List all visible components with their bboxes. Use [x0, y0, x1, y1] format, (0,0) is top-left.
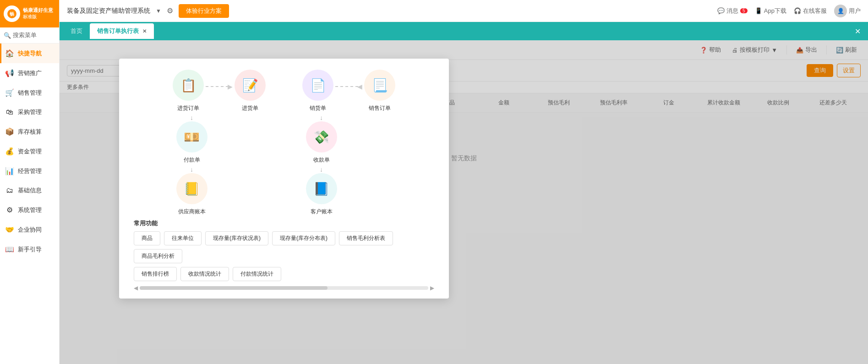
flow-purchase-bill[interactable]: 📝 进货单 — [235, 70, 266, 112]
sales-order-icon: 📃 — [364, 70, 395, 101]
arrow-right-2-icon: ◀ — [357, 83, 362, 90]
purchase-order-icon: 📋 — [173, 70, 204, 101]
sidebar-label-quick-nav: 快捷导航 — [18, 49, 42, 58]
purchase-bill-icon: 📝 — [235, 70, 266, 101]
receipt-label: 收款单 — [313, 156, 330, 164]
payment-label: 付款单 — [184, 156, 200, 164]
sidebar-item-guide[interactable]: 📖 新手引导 — [0, 239, 59, 259]
down-arrow-2-icon: ↓ — [190, 166, 193, 173]
common-btns-row2: 销售排行榜收款情况统计付款情况统计 — [134, 267, 434, 281]
flow-left: 📋 进货订单 ▶ 📝 进货单 — [173, 70, 266, 216]
tab-close-icon[interactable]: ✕ — [142, 28, 147, 34]
common-btn-付款情况统计[interactable]: 付款情况统计 — [233, 267, 281, 281]
sidebar-item-inventory[interactable]: 📦 库存核算 — [0, 122, 59, 141]
system-title: 装备及固定资产辅助管理系统 — [67, 7, 150, 15]
search-menu[interactable]: 🔍 搜索菜单 — [0, 27, 59, 43]
sidebar-item-quick-nav[interactable]: 🏠 快捷导航 — [0, 43, 59, 63]
down-arrow-3-icon: ↓ — [320, 114, 323, 121]
tab-sales-order[interactable]: 销售订单执行表 ✕ — [90, 23, 154, 39]
supplier-ledger-icon: 📒 — [176, 173, 207, 204]
common-btn-现存量(库存分布表)[interactable]: 现存量(库存分布表) — [272, 231, 335, 245]
logo-icon: 畅 — [4, 5, 20, 22]
sidebar-logo: 畅 畅康通好生意 标准版 — [0, 0, 59, 27]
common-btn-收款情况统计[interactable]: 收款情况统计 — [180, 267, 229, 281]
common-btn-往来单位[interactable]: 往来单位 — [164, 231, 202, 245]
tab-home[interactable]: 首页 — [63, 23, 90, 39]
app-download-btn[interactable]: 📱 App下载 — [755, 7, 786, 15]
flow-right: 📄 销货单 ◀ 📃 销售订单 — [302, 70, 395, 216]
sidebar-label-inventory: 库存核算 — [18, 128, 42, 136]
message-btn[interactable]: 💬 消息 5 — [717, 7, 748, 15]
sidebar-item-collab[interactable]: 🤝 企业协同 — [0, 220, 59, 239]
down-arrow-icon: ↓ — [190, 114, 193, 121]
basic-icon: 🗂 — [5, 186, 14, 195]
arrow-rec-cust: ↓ — [320, 166, 323, 173]
arrow-pb-pay: ↓ — [190, 114, 193, 121]
search-menu-label: 搜索菜单 — [13, 31, 37, 39]
tabbar: 首页 销售订单执行表 ✕ ✕ — [60, 22, 868, 40]
main-area: 装备及固定资产辅助管理系统 ▼ ⚙ 体验行业方案 💬 消息 5 📱 App下载 … — [60, 0, 868, 364]
flow-diagram: 📋 进货订单 ▶ 📝 进货单 — [134, 70, 434, 216]
sidebar-item-finance[interactable]: 💰 资金管理 — [0, 141, 59, 161]
sidebar-label-system: 系统管理 — [18, 206, 42, 214]
user-avatar-area[interactable]: 👤 用户 — [834, 5, 861, 17]
sales-order-label: 销售订单 — [369, 104, 391, 112]
common-btn-商品[interactable]: 商品 — [134, 231, 160, 245]
gear-icon[interactable]: ⚙ — [167, 6, 173, 15]
common-btn-销售排行榜[interactable]: 销售排行榜 — [134, 267, 177, 281]
tab-home-label: 首页 — [71, 27, 82, 34]
experience-btn[interactable]: 体验行业方案 — [179, 4, 229, 18]
common-functions: 常用功能 商品往来单位现存量(库存状况表)现存量(库存分布表)销售毛利分析表商品… — [134, 219, 434, 281]
sidebar-label-sales: 销售管理 — [18, 89, 42, 97]
arrow-sb-rec: ↓ — [320, 114, 323, 121]
common-title: 常用功能 — [134, 219, 434, 228]
flow-supplier-ledger[interactable]: 📒 供应商账本 — [176, 173, 207, 216]
purchase-order-label: 进货订单 — [177, 104, 199, 112]
avatar: 👤 — [834, 5, 847, 17]
supplier-ledger-label: 供应商账本 — [178, 208, 206, 216]
sidebar-item-sales[interactable]: 🛒 销售管理 — [0, 83, 59, 103]
sidebar-item-operations[interactable]: 📊 经营管理 — [0, 161, 59, 181]
logo-sub: 标准版 — [23, 14, 53, 20]
collab-icon: 🤝 — [5, 225, 14, 234]
avatar-icon: 👤 — [837, 8, 844, 14]
tab-sales-order-label: 销售订单执行表 — [97, 27, 139, 34]
common-btns-row1: 商品往来单位现存量(库存状况表)现存量(库存分布表)销售毛利分析表商品毛利分析 — [134, 231, 434, 263]
flow-payment-wrapper: 💴 付款单 — [176, 121, 207, 164]
flow-sales-order-item[interactable]: 📃 销售订单 — [364, 70, 395, 112]
message-label: 消息 — [726, 7, 738, 15]
message-icon: 💬 — [717, 7, 725, 14]
svg-text:畅: 畅 — [10, 11, 14, 16]
flow-sales-bill[interactable]: 📄 销货单 — [302, 70, 333, 112]
sidebar-label-marketing: 营销推广 — [18, 69, 42, 77]
sidebar-item-system[interactable]: ⚙ 系统管理 — [0, 200, 59, 220]
system-dropdown-icon[interactable]: ▼ — [156, 8, 161, 14]
tabbar-close-btn[interactable]: ✕ — [851, 25, 864, 38]
sidebar-item-basic[interactable]: 🗂 基础信息 — [0, 181, 59, 200]
sidebar-nav: 🏠 快捷导航📢 营销推广🛒 销售管理🛍 采购管理📦 库存核算💰 资金管理📊 经营… — [0, 43, 59, 259]
common-btn-现存量(库存状况表)[interactable]: 现存量(库存状况表) — [205, 231, 268, 245]
flow-purchase-order[interactable]: 📋 进货订单 — [173, 70, 204, 112]
flow-receipt[interactable]: 💸 收款单 — [306, 121, 337, 164]
flow-payment[interactable]: 💴 付款单 — [176, 121, 207, 164]
common-btn-销售毛利分析表[interactable]: 销售毛利分析表 — [339, 231, 393, 245]
sidebar-item-marketing[interactable]: 📢 营销推广 — [0, 63, 59, 83]
down-arrow-4-icon: ↓ — [320, 166, 323, 173]
common-btn-商品毛利分析[interactable]: 商品毛利分析 — [134, 249, 182, 263]
sidebar-label-operations: 经营管理 — [18, 167, 42, 175]
scroll-left-btn[interactable]: ◀ — [134, 285, 138, 291]
flow-customer-ledger[interactable]: 📘 客户账本 — [306, 173, 337, 216]
scroll-right-btn[interactable]: ▶ — [430, 285, 434, 291]
popup-scrollbar: ◀ ▶ — [134, 285, 434, 291]
finance-icon: 💰 — [5, 147, 14, 156]
sidebar-label-finance: 资金管理 — [18, 147, 42, 156]
online-service-btn[interactable]: 🎧 在线客服 — [794, 7, 827, 15]
dashed-line-2 — [335, 86, 358, 87]
purchase-icon: 🛍 — [5, 108, 14, 116]
sidebar-item-purchase[interactable]: 🛍 采购管理 — [0, 103, 59, 122]
receipt-icon: 💸 — [306, 121, 337, 152]
scrollbar-track[interactable] — [140, 286, 428, 290]
flow-row-top-left: 📋 进货订单 ▶ 📝 进货单 — [173, 70, 266, 112]
app-icon: 📱 — [755, 7, 762, 14]
sidebar-label-guide: 新手引导 — [18, 245, 42, 254]
